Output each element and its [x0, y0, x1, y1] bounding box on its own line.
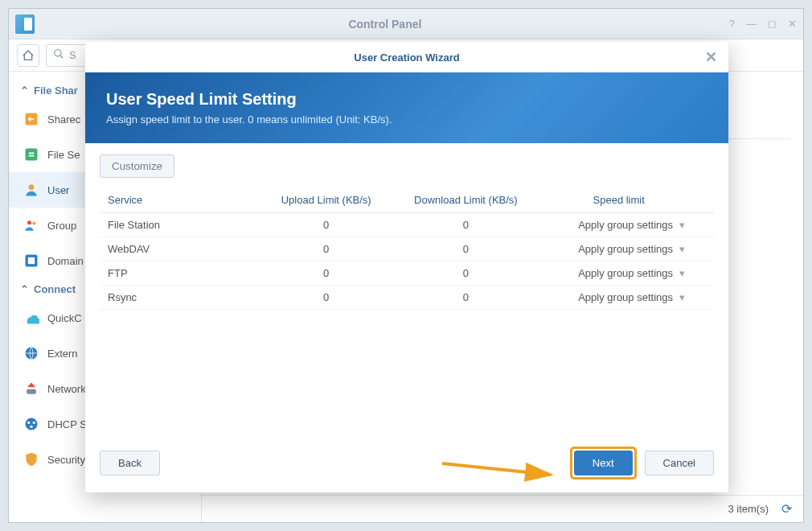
chevron-down-icon[interactable]: ▾	[679, 291, 685, 303]
close-icon[interactable]: ✕	[788, 18, 797, 30]
domain-icon	[23, 253, 39, 269]
cloud-icon	[23, 310, 39, 326]
cancel-button[interactable]: Cancel	[645, 451, 714, 475]
svg-point-10	[26, 418, 38, 430]
chevron-up-icon: ⌃	[20, 283, 29, 295]
svg-point-11	[27, 422, 30, 424]
service-cell: File Station	[100, 213, 260, 237]
svg-point-4	[27, 220, 31, 224]
modal-heading: User Speed Limit Setting	[106, 90, 707, 109]
window-title: Control Panel	[41, 18, 729, 31]
back-button[interactable]: Back	[100, 451, 160, 475]
modal-titlebar: User Creation Wizard ✕	[85, 42, 728, 72]
upload-cell: 0	[260, 213, 392, 237]
download-cell: 0	[392, 213, 539, 237]
chevron-up-icon: ⌃	[20, 84, 29, 97]
col-service[interactable]: Service	[100, 187, 260, 213]
item-count: 3 item(s)	[728, 503, 769, 515]
user-icon	[23, 182, 39, 198]
customize-button[interactable]: Customize	[100, 154, 174, 178]
chevron-down-icon[interactable]: ▾	[679, 219, 685, 231]
upload-cell: 0	[260, 286, 392, 310]
search-icon	[53, 48, 64, 62]
user-creation-wizard-modal: User Creation Wizard ✕ User Speed Limit …	[85, 42, 728, 492]
upload-cell: 0	[260, 237, 392, 261]
speed-limit-table: Service Upload Limit (KB/s) Download Lim…	[100, 187, 714, 310]
help-icon[interactable]: ?	[729, 18, 735, 30]
shield-icon	[23, 451, 39, 467]
download-cell: 0	[392, 286, 539, 310]
group-icon	[23, 217, 39, 233]
speed-limit-cell[interactable]: Apply group settings▾	[539, 286, 698, 310]
chevron-down-icon[interactable]: ▾	[679, 267, 685, 279]
home-button[interactable]	[17, 44, 39, 67]
app-icon	[15, 14, 35, 34]
col-speed[interactable]: Speed limit	[539, 187, 698, 213]
speed-limit-row: Rsync 0 0 Apply group settings▾	[100, 286, 714, 310]
share-icon	[23, 111, 39, 127]
download-cell: 0	[392, 261, 539, 286]
network-icon	[23, 381, 39, 397]
svg-point-12	[33, 422, 35, 424]
speed-limit-cell[interactable]: Apply group settings▾	[539, 261, 698, 286]
service-cell: WebDAV	[100, 237, 260, 261]
speed-limit-row: WebDAV 0 0 Apply group settings▾	[100, 237, 714, 261]
file-services-icon	[23, 146, 39, 163]
refresh-icon[interactable]: ⟳	[781, 501, 792, 517]
chevron-down-icon[interactable]: ▾	[679, 243, 685, 255]
maximize-icon[interactable]: ◻	[768, 18, 777, 30]
service-cell: FTP	[100, 261, 260, 286]
download-cell: 0	[392, 237, 539, 261]
titlebar: Control Panel ? — ◻ ✕	[9, 9, 803, 39]
svg-point-3	[29, 184, 35, 190]
svg-point-0	[55, 50, 61, 56]
col-upload[interactable]: Upload Limit (KB/s)	[260, 187, 392, 213]
dhcp-icon	[23, 416, 39, 432]
next-button-highlight: Next	[570, 447, 637, 480]
svg-point-5	[32, 221, 35, 224]
speed-limit-cell[interactable]: Apply group settings▾	[539, 213, 698, 237]
status-bar: 3 item(s) ⟳	[202, 495, 803, 522]
speed-limit-cell[interactable]: Apply group settings▾	[539, 237, 698, 261]
svg-point-13	[30, 426, 32, 428]
close-icon[interactable]: ✕	[705, 48, 717, 66]
modal-subtitle: Assign speed limit to the user. 0 means …	[106, 113, 707, 126]
svg-rect-7	[28, 257, 35, 264]
svg-rect-2	[26, 149, 38, 161]
next-button[interactable]: Next	[574, 451, 633, 475]
minimize-icon[interactable]: —	[746, 18, 757, 30]
service-cell: Rsync	[100, 286, 260, 310]
col-download[interactable]: Download Limit (KB/s)	[392, 187, 539, 213]
globe-icon	[23, 345, 39, 361]
speed-limit-row: FTP 0 0 Apply group settings▾	[100, 261, 714, 286]
modal-header: User Speed Limit Setting Assign speed li…	[85, 72, 728, 143]
svg-rect-9	[27, 389, 36, 394]
upload-cell: 0	[260, 261, 392, 286]
speed-limit-row: File Station 0 0 Apply group settings▾	[100, 213, 714, 237]
